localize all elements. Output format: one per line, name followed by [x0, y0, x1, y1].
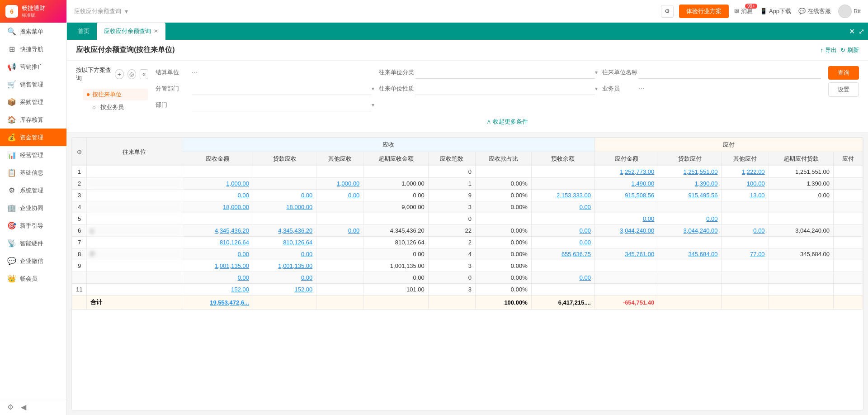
loan-ap-cell[interactable] [658, 201, 722, 213]
loan-ap-cell[interactable] [658, 237, 722, 248]
other-ap-cell[interactable]: 0.00 [722, 225, 769, 237]
other-ap-cell[interactable] [722, 237, 769, 248]
collapse-sidebar-icon[interactable]: ◀ [21, 403, 26, 411]
ar-amount-cell[interactable]: 4,345,436.20 [182, 225, 253, 237]
filter-template-button[interactable]: ◎ [127, 69, 136, 79]
sidebar-item-operations[interactable]: 📊 经营管理 [0, 146, 66, 164]
settings-bottom-icon[interactable]: ⚙ [7, 403, 14, 411]
ar-amount-cell[interactable] [182, 166, 253, 178]
dept-manage-dropdown[interactable]: ▾ [372, 86, 374, 92]
other-ap-cell[interactable] [722, 260, 769, 272]
other-ar-cell[interactable] [316, 284, 363, 296]
dept-manage-input[interactable] [192, 82, 372, 95]
pre-balance-cell[interactable]: 0.00 [531, 237, 594, 248]
loan-ap-cell[interactable]: 3,044,240.00 [658, 225, 722, 237]
settings-gear-button[interactable]: ⚙ [661, 5, 674, 18]
pre-balance-cell[interactable]: 655,636.75 [531, 248, 594, 260]
ar-amount-cell[interactable]: 1,000.00 [182, 178, 253, 190]
partner-name-input[interactable] [638, 66, 821, 79]
ap-amount-cell[interactable] [594, 260, 658, 272]
other-ap-cell[interactable]: 1,222.00 [722, 166, 769, 178]
loan-ar-cell[interactable]: 4,345,436.20 [253, 225, 316, 237]
ar-amount-cell[interactable]: 0.00 [182, 272, 253, 284]
pre-balance-cell[interactable] [531, 166, 594, 178]
ar-amount-cell[interactable]: 810,126.64 [182, 237, 253, 248]
user-area[interactable]: Rit [838, 5, 861, 18]
other-ar-cell[interactable] [316, 213, 363, 225]
sidebar-item-member[interactable]: 👑 畅会员 [0, 270, 66, 287]
filter-collapse-button[interactable]: « [140, 69, 148, 79]
sidebar-item-quick-nav[interactable]: ⊞ 快捷导航 [0, 40, 66, 58]
app-download-button[interactable]: 📱 App下载 [760, 7, 791, 15]
sidebar-item-sales[interactable]: 🛒 销售管理 [0, 76, 66, 93]
loan-ap-cell[interactable] [658, 260, 722, 272]
pre-balance-cell[interactable]: 2,153,333.00 [531, 190, 594, 201]
ar-amount-cell[interactable]: 18,000.00 [182, 201, 253, 213]
ap-amount-cell[interactable]: 1,490.00 [594, 178, 658, 190]
other-ap-cell[interactable]: 77.00 [722, 248, 769, 260]
loan-ar-cell[interactable]: 0.00 [253, 190, 316, 201]
ap-amount-cell[interactable] [594, 237, 658, 248]
loan-ap-cell[interactable]: 1,251,551.00 [658, 166, 722, 178]
filter-add-button[interactable]: + [115, 69, 123, 79]
loan-ap-cell[interactable]: 1,390.00 [658, 178, 722, 190]
sidebar-item-hardware[interactable]: 📡 智能硬件 [0, 234, 66, 252]
other-ar-cell[interactable] [316, 272, 363, 284]
dept-dropdown[interactable]: ▾ [372, 102, 374, 108]
other-ar-cell[interactable] [316, 248, 363, 260]
loan-ap-cell[interactable] [658, 272, 722, 284]
loan-ar-cell[interactable] [253, 178, 316, 190]
refresh-button[interactable]: ↻ 刷新 [840, 46, 859, 54]
loan-ar-cell[interactable]: 152.00 [253, 284, 316, 296]
tab-close-icon[interactable]: ✕ [154, 28, 158, 34]
pre-balance-cell[interactable] [531, 284, 594, 296]
other-ap-cell[interactable]: 13.00 [722, 190, 769, 201]
table-gear-icon[interactable]: ⚙ [76, 148, 82, 156]
ar-amount-cell[interactable]: 1,001,135.00 [182, 260, 253, 272]
ap-amount-cell[interactable]: 1,252,773.00 [594, 166, 658, 178]
tab-home[interactable]: 首页 [71, 23, 97, 40]
setting-button[interactable]: 设置 [828, 82, 859, 97]
pre-balance-cell[interactable]: 0.00 [531, 225, 594, 237]
window-maximize-icon[interactable]: ⤢ [859, 27, 864, 36]
export-button[interactable]: ↑ 导出 [821, 46, 837, 54]
ap-amount-cell[interactable] [594, 284, 658, 296]
partner-nature-input[interactable] [415, 82, 595, 95]
loan-ar-cell[interactable]: 810,126.64 [253, 237, 316, 248]
partner-category-input[interactable] [415, 66, 595, 79]
sidebar-item-system[interactable]: ⚙ 系统管理 [0, 181, 66, 199]
sidebar-item-enterprise[interactable]: 🏢 企业协同 [0, 199, 66, 217]
pre-balance-cell[interactable]: 0.00 [531, 272, 594, 284]
other-ar-cell[interactable] [316, 201, 363, 213]
loan-ar-cell[interactable]: 1,001,135.00 [253, 260, 316, 272]
ap-amount-cell[interactable]: 3,044,240.00 [594, 225, 658, 237]
ap-amount-cell[interactable]: 915,508.56 [594, 190, 658, 201]
ap-amount-cell[interactable]: 0.00 [594, 213, 658, 225]
pre-balance-cell[interactable]: 0.00 [531, 201, 594, 213]
loan-ap-cell[interactable] [658, 284, 722, 296]
loan-ar-cell[interactable] [253, 166, 316, 178]
collapse-more-button[interactable]: ∧ 收起更多条件 [156, 115, 859, 129]
loan-ar-cell[interactable]: 0.00 [253, 248, 316, 260]
partner-category-dropdown-icon[interactable]: ▾ [595, 69, 598, 76]
ap-amount-cell[interactable] [594, 201, 658, 213]
sidebar-item-search[interactable]: 🔍 搜索菜单 [0, 23, 66, 40]
salesperson-dots[interactable]: ··· [638, 85, 644, 93]
sidebar-item-base[interactable]: 📋 基础信息 [0, 164, 66, 181]
sidebar-item-marketing[interactable]: 📢 营销推广 [0, 58, 66, 76]
other-ap-cell[interactable] [722, 284, 769, 296]
other-ap-cell[interactable]: 100.00 [722, 178, 769, 190]
other-ar-cell[interactable] [316, 237, 363, 248]
sidebar-item-purchase[interactable]: 📦 采购管理 [0, 93, 66, 111]
other-ap-cell[interactable] [722, 213, 769, 225]
ap-amount-cell[interactable]: 345,761.00 [594, 248, 658, 260]
loan-ap-cell[interactable]: 915,495.56 [658, 190, 722, 201]
filter-scheme-by-partner[interactable]: 按往来单位 [83, 89, 148, 100]
message-button[interactable]: ✉ 消息 99+ [734, 7, 753, 15]
other-ap-cell[interactable] [722, 272, 769, 284]
sidebar-item-guide[interactable]: 🎯 新手引导 [0, 217, 66, 234]
sidebar-item-finance[interactable]: 💰 资金管理 [0, 129, 66, 146]
table-gear-header[interactable]: ⚙ [72, 138, 87, 166]
other-ar-cell[interactable] [316, 260, 363, 272]
sidebar-item-wechat[interactable]: 💬 企业微信 [0, 252, 66, 270]
